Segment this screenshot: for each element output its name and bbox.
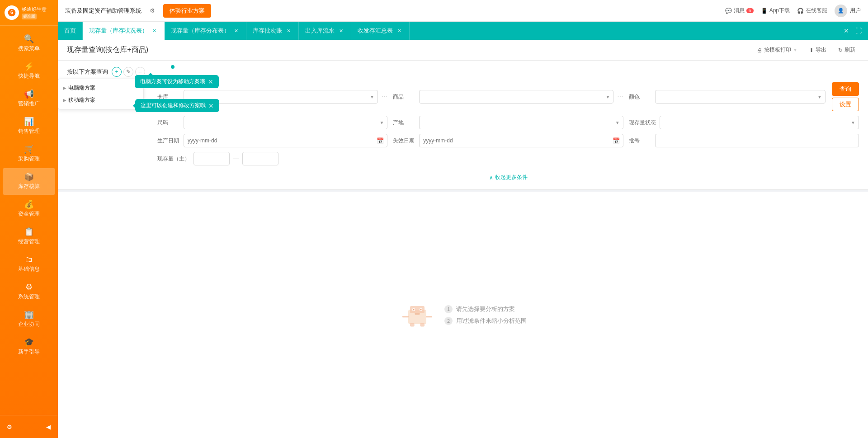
logo-text: 畅通好生意 标准版 [22, 6, 47, 20]
prod-date-label: 生产日期 [157, 137, 180, 145]
sidebar-item-finance[interactable]: 💰 资金管理 [3, 196, 55, 222]
filter-row-2: 尺码 ▼ 产地 [157, 116, 859, 129]
tab-in-out-flow[interactable]: 出入库流水 ✕ [299, 22, 351, 40]
filter-row-3: 生产日期 📅 失效日期 📅 批号 [157, 134, 859, 147]
empty-state-text: 1 请先选择要分析的方案 2 用过滤条件来缩小分析范围 [444, 305, 527, 325]
sidebar-item-purchase[interactable]: 🛒 采购管理 [3, 141, 55, 167]
user-label: 用户 [850, 7, 861, 14]
inv-status-select[interactable] [660, 116, 859, 129]
inv-main-input-end[interactable] [242, 152, 278, 165]
inv-main-input-start[interactable] [193, 152, 230, 165]
sidebar-item-operations[interactable]: 📋 经营管理 [3, 223, 55, 250]
tab-receive-summary[interactable]: 收发存汇总表 ✕ [351, 22, 410, 40]
svg-rect-8 [415, 313, 420, 315]
experience-btn[interactable]: 体验行业方案 [163, 4, 211, 18]
tab-close-receive-summary[interactable]: ✕ [396, 27, 403, 34]
tab-inventory-dist[interactable]: 现存量（库存分布表） ✕ [165, 22, 246, 40]
sidebar-logo: 6 畅通好生意 标准版 [0, 0, 58, 26]
empty-hint-2: 2 用过滤条件来缩小分析范围 [444, 317, 527, 325]
filter-cell-prod-date: 生产日期 📅 [157, 134, 387, 147]
scheme-group-pc[interactable]: ▶ 电脑端方案 [58, 82, 143, 94]
tooltip1-close-btn[interactable]: ✕ [208, 78, 213, 85]
service-icon: 🎧 [797, 8, 804, 14]
filter-area: 按以下方案查询 + ✎ ← 电脑方案可设为移动方案哦 ✕ [58, 61, 868, 190]
sidebar-item-marketing[interactable]: 📢 营销推广 [3, 85, 55, 112]
origin-select[interactable] [419, 116, 623, 129]
expiry-date-start-input[interactable] [419, 134, 623, 147]
color-select[interactable] [655, 90, 826, 104]
svg-rect-12 [420, 323, 425, 326]
tab-home[interactable]: 首页 [58, 22, 83, 40]
batch-no-input[interactable] [655, 134, 859, 147]
page-header: 现存量查询(按仓库+商品) 🖨 按模板打印 ▼ ⬆ 导出 ↻ 刷新 [58, 40, 868, 61]
collapse-more-btn[interactable]: ∧ 收起更多条件 [484, 172, 533, 183]
size-select-wrap: ▼ [184, 116, 387, 129]
mobile-icon: 📱 [761, 8, 768, 14]
sidebar-footer: ⚙ ◀ [0, 415, 58, 438]
filter-cell-color: 颜色 ▼ 查询 设置 [629, 82, 859, 111]
app-download-btn[interactable]: 📱 App下载 [761, 7, 790, 14]
sidebar-item-enterprise[interactable]: 🏢 企业协同 [3, 306, 55, 333]
user-avatar: 👤 [835, 5, 847, 17]
inv-main-label: 现存量（主） [157, 155, 190, 163]
sidebar-settings-btn[interactable]: ⚙ [3, 420, 16, 433]
size-select[interactable] [184, 116, 387, 129]
goods-more-icon[interactable]: ··· [617, 93, 623, 101]
sidebar-item-quick-nav[interactable]: ⚡ 快捷导航 [3, 58, 55, 85]
reset-btn[interactable]: 设置 [832, 98, 859, 111]
tab-close-all-btn[interactable]: ✕ [842, 26, 851, 35]
operations-icon: 📋 [24, 228, 34, 236]
dot-pulse-1 [171, 65, 175, 69]
filter-cell-origin: 产地 ▼ [393, 116, 623, 129]
expiry-date-start-wrap: 📅 [419, 134, 623, 147]
refresh-btn[interactable]: ↻ 刷新 [835, 44, 859, 56]
message-btn[interactable]: 💬 消息 6 [725, 7, 754, 14]
sidebar-item-sales[interactable]: 📊 销售管理 [3, 113, 55, 140]
template-print-btn[interactable]: 🖨 按模板打印 ▼ [753, 44, 801, 56]
sidebar-item-search[interactable]: 🔍 搜索菜单 [3, 30, 55, 57]
svg-text:6: 6 [10, 9, 13, 15]
tab-fullscreen-btn[interactable]: ⛶ [854, 26, 863, 35]
message-icon: 💬 [725, 8, 732, 14]
tab-close-inventory-dist[interactable]: ✕ [232, 27, 240, 34]
collapse-up-icon: ∧ [489, 174, 493, 181]
tab-close-batch-accounts[interactable]: ✕ [285, 27, 292, 34]
online-service-btn[interactable]: 🎧 在线客服 [797, 7, 827, 14]
action-btns: 查询 设置 [832, 82, 859, 111]
expiry-date-label: 失效日期 [393, 137, 415, 145]
range-separator: — [233, 155, 239, 162]
svg-point-7 [420, 309, 421, 310]
tab-inventory-status[interactable]: 现存量（库存状况表） ✕ [83, 22, 165, 40]
prod-date-start-input[interactable] [184, 134, 387, 147]
page-actions: 🖨 按模板打印 ▼ ⬆ 导出 ↻ 刷新 [753, 44, 859, 56]
origin-select-wrap: ▼ [419, 116, 623, 129]
tab-bar: 首页 现存量（库存状况表） ✕ 现存量（库存分布表） ✕ 库存批次账 ✕ 出入库… [58, 22, 868, 40]
tooltip2-close-btn[interactable]: ✕ [208, 102, 214, 109]
sidebar-item-inventory[interactable]: 📦 库存核算 [3, 168, 55, 195]
add-scheme-btn[interactable]: + [112, 67, 122, 77]
header-settings-btn[interactable]: ⚙ [146, 5, 159, 17]
goods-label: 商品 [393, 93, 415, 101]
purchase-icon: 🛒 [24, 145, 34, 153]
dot-indicator-1 [171, 65, 175, 69]
tab-close-in-out-flow[interactable]: ✕ [337, 27, 344, 34]
sidebar-item-system[interactable]: ⚙ 系统管理 [3, 278, 55, 305]
sidebar-collapse-btn[interactable]: ◀ [42, 420, 55, 433]
sidebar-item-basic-info[interactable]: 🗂 基础信息 [3, 251, 55, 278]
export-btn[interactable]: ⬆ 导出 [806, 44, 830, 56]
search-btn[interactable]: 查询 [832, 82, 859, 96]
filter-cell-goods: 商品 ▼ ··· [393, 90, 623, 104]
sidebar-item-guide[interactable]: 🎓 新手引导 [3, 334, 55, 360]
search-nav-icon: 🔍 [24, 35, 34, 43]
top-header: 装备及固定资产辅助管理系统 ⚙ 体验行业方案 💬 消息 6 📱 App下载 🎧 … [58, 0, 868, 22]
warehouse-more-icon[interactable]: ··· [382, 93, 387, 101]
tab-close-inventory-status[interactable]: ✕ [151, 27, 158, 34]
tab-batch-accounts[interactable]: 库存批次账 ✕ [246, 22, 299, 40]
tooltip2-arrow [131, 104, 135, 108]
inv-status-select-wrap: ▼ [660, 116, 859, 129]
basic-info-icon: 🗂 [25, 255, 33, 264]
goods-select[interactable] [419, 90, 613, 104]
svg-rect-3 [410, 306, 425, 313]
edit-scheme-btn[interactable]: ✎ [123, 67, 133, 77]
refresh-icon: ↻ [838, 47, 843, 53]
